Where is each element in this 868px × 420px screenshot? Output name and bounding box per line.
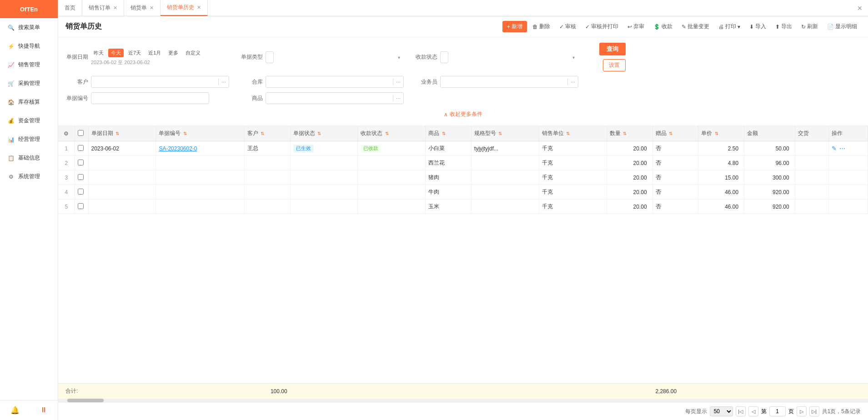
import-button[interactable]: ⬇ 导入 <box>746 21 770 32</box>
add-button[interactable]: + 新增 <box>502 21 527 32</box>
sidebar-item-base-info[interactable]: 📋 基础信息 <box>0 149 58 167</box>
sidebar-item-finance[interactable]: 💰 资金管理 <box>0 111 58 130</box>
last-page-button[interactable]: ▷| <box>809 406 819 416</box>
col-customer[interactable]: 客户 ⇅ <box>244 126 290 141</box>
product-dots-btn[interactable]: ··· <box>393 95 403 101</box>
audit-button[interactable]: ✓ 审核 <box>556 21 580 32</box>
row-checkbox-cell[interactable] <box>75 141 88 156</box>
row-checkbox-cell[interactable] <box>75 156 88 170</box>
doc-no-link[interactable]: SA-20230602-0 <box>159 145 197 152</box>
setting-button[interactable]: 设置 <box>603 59 626 71</box>
first-page-button[interactable]: |◁ <box>736 406 746 416</box>
date-btn-yesterday[interactable]: 昨天 <box>91 49 106 57</box>
doc-type-select[interactable] <box>266 51 274 63</box>
tab-sales-order[interactable]: 销售订单 ✕ <box>82 0 124 16</box>
col-unit-price[interactable]: 单价 ⇅ <box>698 126 744 141</box>
row-checkbox-cell[interactable] <box>75 185 88 200</box>
refresh-button[interactable]: ↻ 刷新 <box>798 21 822 32</box>
salesperson-input[interactable] <box>441 79 567 85</box>
sidebar-item-purchase-mgmt[interactable]: 🛒 采购管理 <box>0 74 58 93</box>
unit-price-cell: 15.00 <box>698 170 744 185</box>
show-detail-button[interactable]: 📄 显示明细 <box>823 21 861 32</box>
col-sales-unit[interactable]: 销售单位 ⇅ <box>539 126 607 141</box>
close-sales-order-tab[interactable]: ✕ <box>113 5 117 10</box>
sidebar-item-inventory[interactable]: 🏠 库存核算 <box>0 93 58 111</box>
notification-icon[interactable]: 🔔 <box>10 406 20 415</box>
col-checkbox[interactable] <box>75 126 88 141</box>
abandon-button[interactable]: ↩ 弃审 <box>624 21 648 32</box>
page-number-input[interactable] <box>769 406 786 416</box>
col-amount[interactable]: 金额 <box>744 126 795 141</box>
sidebar-item-operations[interactable]: 📊 经营管理 <box>0 130 58 149</box>
edit-row-icon[interactable]: ✎ <box>832 145 837 152</box>
sidebar-item-sys-mgmt[interactable]: ⚙ 系统管理 <box>0 167 58 186</box>
row-checkbox[interactable] <box>78 189 84 195</box>
row-checkbox[interactable] <box>78 145 84 151</box>
row-checkbox[interactable] <box>78 160 84 165</box>
select-all-checkbox[interactable] <box>78 130 84 136</box>
warehouse-dots-btn[interactable]: ··· <box>393 79 403 85</box>
col-doc-status[interactable]: 单据状态 ⇅ <box>290 126 358 141</box>
col-gift[interactable]: 赠品 ⇅ <box>652 126 698 141</box>
doc-no-input[interactable] <box>91 92 209 104</box>
spec-type-cell <box>472 200 539 214</box>
more-row-icon[interactable]: ⋯ <box>839 145 845 152</box>
date-btn-7days[interactable]: 近7天 <box>125 49 144 57</box>
tab-home[interactable]: 首页 <box>58 0 82 16</box>
toolbar: + 新增 🗑 删除 ✓ 审核 ✓ 审核并打印 <box>502 21 861 32</box>
col-qty[interactable]: 数量 ⇅ <box>607 126 652 141</box>
collapse-filter-button[interactable]: ∧ 收起更多条件 <box>65 109 861 120</box>
transaction-cell <box>795 156 828 170</box>
collect-button[interactable]: 💲 收款 <box>650 21 676 32</box>
batch-change-button[interactable]: ✎ 批量变更 <box>678 21 713 32</box>
query-button[interactable]: 查询 <box>599 43 626 55</box>
col-doc-date[interactable]: 单据日期 ⇅ <box>88 126 156 141</box>
unit-price-cell: 2.50 <box>698 141 744 156</box>
warehouse-input[interactable] <box>266 79 393 85</box>
close-sales-history-tab[interactable]: ✕ <box>197 5 201 10</box>
product-input[interactable] <box>266 95 393 101</box>
col-transaction[interactable]: 交货 <box>795 126 828 141</box>
sidebar-item-search-menu[interactable]: 🔍 搜索菜单 <box>0 18 58 37</box>
prev-page-button[interactable]: ◁ <box>748 406 758 416</box>
date-btn-1month[interactable]: 近1月 <box>146 49 164 57</box>
collect-status-select[interactable] <box>440 51 448 63</box>
tab-sales-history[interactable]: 销货单历史 ✕ <box>161 0 208 16</box>
sidebar-item-quick-nav[interactable]: ⚡ 快捷导航 <box>0 37 58 55</box>
tab-sales-goods[interactable]: 销货单 ✕ <box>124 0 161 16</box>
print-button[interactable]: 🖨 打印 ▾ <box>715 21 744 32</box>
sidebar: OfTEn 🔍 搜索菜单 ⚡ 快捷导航 📈 销售管理 🛒 采购管理 🏠 库存核算… <box>0 0 58 420</box>
scroll-thumb[interactable] <box>67 399 104 402</box>
delete-button[interactable]: 🗑 删除 <box>529 21 554 32</box>
date-btn-custom[interactable]: 自定义 <box>183 49 203 57</box>
row-checkbox-cell[interactable] <box>75 170 88 185</box>
export-button[interactable]: ⬆ 导出 <box>772 21 796 32</box>
salesperson-dots-btn[interactable]: ··· <box>567 79 578 85</box>
col-collect-status[interactable]: 收款状态 ⇅ <box>358 126 426 141</box>
search-icon: 🔍 <box>7 24 15 31</box>
pause-icon[interactable]: ⏸ <box>40 406 47 415</box>
doc-type-select-wrapper <box>266 51 404 63</box>
page-size-select[interactable]: 50 100 200 <box>710 406 733 416</box>
close-window-button[interactable]: ✕ <box>852 5 868 12</box>
row-checkbox[interactable] <box>78 203 84 209</box>
audit-print-button[interactable]: ✓ 审核并打印 <box>582 21 622 32</box>
sidebar-item-label: 库存核算 <box>18 98 40 106</box>
horizontal-scrollbar[interactable] <box>58 399 868 402</box>
customer-input[interactable] <box>91 79 218 85</box>
import-icon: ⬇ <box>749 24 754 30</box>
col-product[interactable]: 商品 ⇅ <box>426 126 472 141</box>
customer-dots-btn[interactable]: ··· <box>218 79 229 85</box>
col-doc-no[interactable]: 单据编号 ⇅ <box>156 126 244 141</box>
row-checkbox[interactable] <box>78 174 84 180</box>
date-btn-more[interactable]: 更多 <box>166 49 181 57</box>
sort-customer-icon: ⇅ <box>261 131 264 136</box>
filter-row-2: 客户 ··· 合库 ··· <box>65 76 861 88</box>
col-spec-type[interactable]: 规格型号 ⇅ <box>472 126 539 141</box>
sidebar-item-sales-mgmt[interactable]: 📈 销售管理 <box>0 55 58 74</box>
next-page-button[interactable]: ▷ <box>797 406 807 416</box>
date-btn-today[interactable]: 今天 <box>108 49 124 57</box>
close-sales-goods-tab[interactable]: ✕ <box>150 5 154 10</box>
row-checkbox-cell[interactable] <box>75 200 88 214</box>
col-settings[interactable]: ⚙ <box>58 126 75 141</box>
